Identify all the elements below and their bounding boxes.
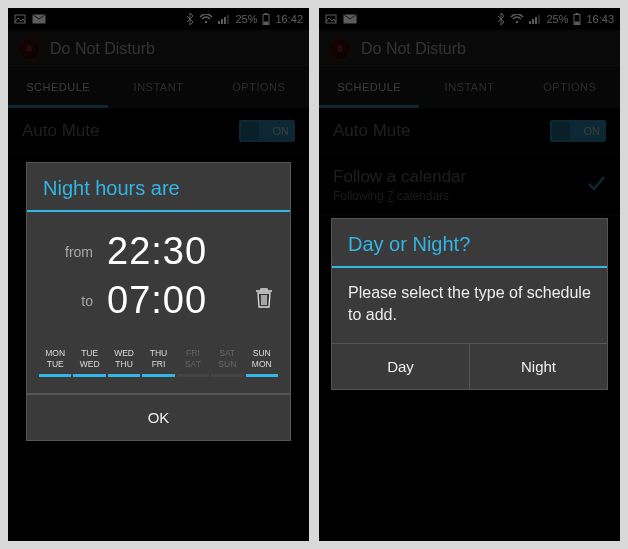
to-label: to [43,293,93,309]
ok-button[interactable]: OK [27,394,290,440]
day-selector: MONTUE TUEWED WEDTHU THUFRI FRISAT SATSU… [27,338,290,394]
from-time[interactable]: 22:30 [107,230,274,273]
dialog-body: Please select the type of schedule to ad… [332,268,607,343]
from-label: from [43,244,93,260]
day-sat-sun[interactable]: SATSUN [211,348,243,377]
day-tue-wed[interactable]: TUEWED [73,348,105,377]
to-time[interactable]: 07:00 [107,279,240,322]
night-button[interactable]: Night [469,343,607,389]
phone-right: 25% 16:43 Do Not Disturb SCHEDULE INSTAN… [319,8,620,541]
dialog-title: Day or Night? [332,219,607,266]
day-sun-mon[interactable]: SUNMON [246,348,278,377]
day-mon-tue[interactable]: MONTUE [39,348,71,377]
day-button[interactable]: Day [332,343,469,389]
night-hours-dialog: Night hours are from 22:30 to 07:00 MONT… [26,162,291,441]
phone-left: 25% 16:42 Do Not Disturb SCHEDULE INSTAN… [8,8,309,541]
day-thu-fri[interactable]: THUFRI [142,348,174,377]
dialog-title: Night hours are [27,163,290,210]
delete-icon[interactable] [254,287,274,315]
day-fri-sat[interactable]: FRISAT [177,348,209,377]
day-wed-thu[interactable]: WEDTHU [108,348,140,377]
day-or-night-dialog: Day or Night? Please select the type of … [331,218,608,390]
